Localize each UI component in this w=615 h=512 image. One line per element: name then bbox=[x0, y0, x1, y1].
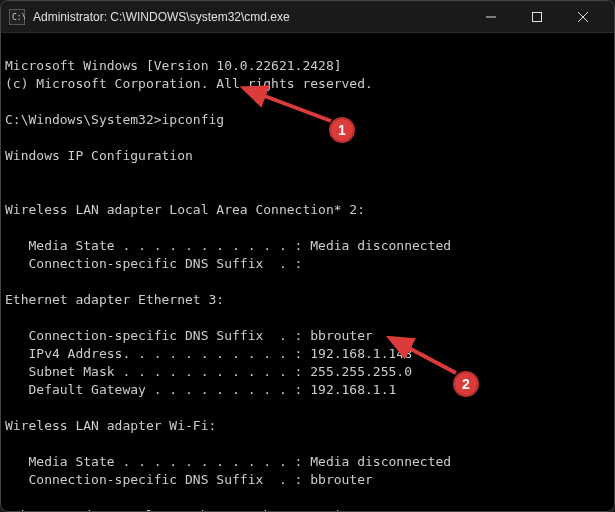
adapter2-gateway: Default Gateway . . . . . . . . . : 192.… bbox=[5, 382, 396, 397]
terminal-output[interactable]: Microsoft Windows [Version 10.0.22621.24… bbox=[1, 33, 614, 511]
adapter2-subnet: Subnet Mask . . . . . . . . . . . : 255.… bbox=[5, 364, 412, 379]
prompt-line: C:\Windows\System32>ipconfig bbox=[5, 112, 224, 127]
svg-rect-3 bbox=[533, 12, 542, 21]
close-button[interactable] bbox=[560, 1, 606, 33]
svg-line-7 bbox=[262, 95, 331, 121]
adapter3-dns: Connection-specific DNS Suffix . : bbrou… bbox=[5, 472, 373, 487]
adapter1-media: Media State . . . . . . . . . . . : Medi… bbox=[5, 238, 451, 253]
window-controls bbox=[468, 1, 606, 33]
adapter3-name: Wireless LAN adapter Wi-Fi: bbox=[5, 418, 216, 433]
window-title: Administrator: C:\WINDOWS\system32\cmd.e… bbox=[33, 10, 468, 24]
config-header: Windows IP Configuration bbox=[5, 148, 193, 163]
command-text: ipconfig bbox=[162, 112, 225, 127]
adapter1-name: Wireless LAN adapter Local Area Connecti… bbox=[5, 202, 365, 217]
cmd-icon: C:\ bbox=[9, 9, 25, 25]
prompt-path: C:\Windows\System32> bbox=[5, 112, 162, 127]
adapter2-dns: Connection-specific DNS Suffix . : bbrou… bbox=[5, 328, 373, 343]
adapter2-name: Ethernet adapter Ethernet 3: bbox=[5, 292, 224, 307]
adapter1-dns: Connection-specific DNS Suffix . : bbox=[5, 256, 302, 271]
annotation-badge-2: 2 bbox=[453, 371, 479, 397]
adapter2-ipv4: IPv4 Address. . . . . . . . . . . : 192.… bbox=[5, 346, 412, 361]
version-line: Microsoft Windows [Version 10.0.22621.24… bbox=[5, 58, 342, 73]
adapter3-media: Media State . . . . . . . . . . . : Medi… bbox=[5, 454, 451, 469]
svg-line-9 bbox=[407, 347, 456, 373]
titlebar: C:\ Administrator: C:\WINDOWS\system32\c… bbox=[1, 1, 614, 33]
minimize-button[interactable] bbox=[468, 1, 514, 33]
svg-text:C:\: C:\ bbox=[12, 13, 25, 22]
annotation-badge-1: 1 bbox=[329, 117, 355, 143]
adapter4-name: Ethernet adapter Bluetooth Network Conne… bbox=[5, 508, 365, 511]
maximize-button[interactable] bbox=[514, 1, 560, 33]
